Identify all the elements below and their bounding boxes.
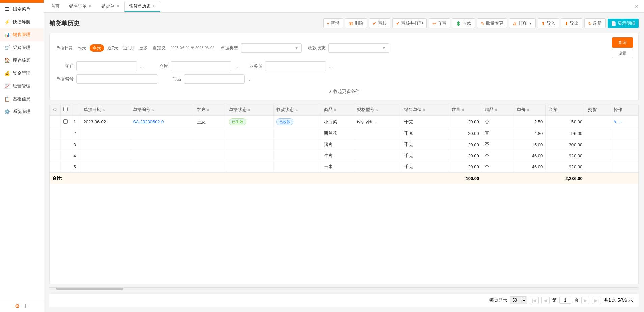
unit-sort-icon: ⇅: [423, 108, 425, 112]
collapse-filter-button[interactable]: ∧ 收起更多条件: [326, 87, 362, 96]
docno-input[interactable]: [76, 74, 157, 84]
date-shortcut-today[interactable]: 今天: [90, 44, 104, 52]
goods-picker-icon[interactable]: …: [247, 77, 252, 82]
staff-picker-icon[interactable]: …: [329, 64, 333, 69]
batch-change-button[interactable]: ✎ 批量变更: [477, 18, 507, 28]
export-button[interactable]: ⬇ 导出: [561, 18, 582, 28]
row-checkbox[interactable]: [63, 119, 68, 124]
th-goods[interactable]: 商品⇅: [321, 104, 354, 116]
th-qty[interactable]: 数量⇅: [449, 104, 482, 116]
th-gift[interactable]: 赠品⇅: [482, 104, 514, 116]
delete-icon: 🗑: [349, 21, 353, 26]
sidebar-item-basic-info[interactable]: 📋 基础信息: [0, 93, 44, 105]
tab-sales-order-close[interactable]: ✕: [89, 4, 92, 8]
doc-type-dropdown-icon: ▼: [294, 45, 299, 50]
td-unit: 千克: [401, 139, 449, 150]
doc-type-select[interactable]: ▼: [241, 43, 302, 53]
date-shortcut-custom[interactable]: 自定义: [151, 44, 167, 52]
date-shortcut-yesterday[interactable]: 昨天: [76, 44, 88, 52]
page-header: 销货单历史 + 新增 🗑 删除 ✔ 审核 ✔ 审核并打印: [49, 18, 639, 28]
tab-home[interactable]: 首页: [47, 1, 64, 12]
show-detail-button[interactable]: 📄 显示明细: [608, 19, 639, 28]
date-shortcut-more[interactable]: 更多: [138, 44, 149, 52]
warehouse-input[interactable]: [171, 61, 231, 71]
page-size-select[interactable]: 20 50 100: [510, 296, 527, 304]
sidebar-item-stock-calc[interactable]: 🏠 库存核算: [0, 54, 44, 67]
th-doc-status[interactable]: 单据状态⇅: [226, 104, 273, 116]
warehouse-picker-icon[interactable]: …: [234, 64, 239, 69]
td-docno: [130, 161, 194, 173]
discard-button[interactable]: ↩ 弃审: [429, 18, 450, 28]
sidebar-item-system-mgmt[interactable]: ⚙️ 系统管理: [0, 105, 44, 118]
tab-sales-order[interactable]: 销售订单 ✕: [65, 1, 96, 12]
sidebar-top-bar: [0, 0, 44, 3]
scrollbar-thumb[interactable]: [56, 288, 123, 290]
delete-button[interactable]: 🗑 删除: [345, 18, 367, 28]
audit-print-button[interactable]: ✔ 审核并打印: [392, 18, 427, 28]
current-page-input[interactable]: [559, 297, 571, 304]
next-page-button[interactable]: ▶: [581, 297, 589, 304]
close-all-tabs[interactable]: ✕: [632, 2, 641, 10]
customer-picker-icon[interactable]: …: [140, 64, 144, 69]
th-spec[interactable]: 规格型号⇅: [354, 104, 401, 116]
th-price[interactable]: 单价⇅: [514, 104, 546, 116]
td-gift: 否: [482, 116, 514, 128]
th-customer[interactable]: 客户⇅: [194, 104, 226, 116]
audit-button[interactable]: ✔ 审核: [369, 18, 390, 28]
sidebar-settings-icon[interactable]: ⚙: [15, 303, 20, 309]
customer-input[interactable]: [76, 61, 137, 71]
receive-button[interactable]: 💲 收款: [452, 18, 475, 28]
th-unit[interactable]: 销售单位⇅: [401, 104, 449, 116]
th-pay-status[interactable]: 收款状态⇅: [274, 104, 321, 116]
td-customer: [194, 161, 226, 173]
th-gear[interactable]: ⚙: [50, 104, 60, 116]
sidebar-pause-icon[interactable]: ⏸: [24, 303, 29, 309]
sidebar-item-quick-nav[interactable]: ⚡ 快捷导航: [0, 16, 44, 28]
tab-sales-history[interactable]: 销货单历史 ✕: [124, 1, 160, 12]
refresh-button[interactable]: ↻ 刷新: [584, 18, 606, 28]
staff-input[interactable]: [265, 61, 326, 71]
select-all-checkbox[interactable]: [63, 107, 68, 111]
first-page-button[interactable]: |◀: [530, 297, 539, 304]
prev-page-button[interactable]: ◀: [541, 297, 550, 304]
sidebar-item-label: 搜索菜单: [13, 6, 30, 12]
sidebar-item-finance-mgmt[interactable]: 💰 资金管理: [0, 67, 44, 80]
date-shortcut-7days[interactable]: 近7天: [106, 44, 120, 52]
goods-label: 商品: [163, 76, 181, 82]
doc-no-link[interactable]: SA-20230602-0: [133, 119, 164, 124]
th-date[interactable]: 单据日期⇅: [81, 104, 130, 116]
horizontal-scrollbar[interactable]: [49, 287, 639, 290]
tab-sales-goods[interactable]: 销货单 ✕: [97, 1, 124, 12]
td-qty: 20.00: [449, 116, 482, 128]
add-button[interactable]: + 新增: [323, 18, 343, 28]
filter-settings-button[interactable]: 设置: [612, 49, 633, 58]
payment-status-select[interactable]: ▼: [328, 43, 389, 53]
goods-input[interactable]: [184, 74, 245, 84]
filter-row-3: 单据编号 商品 …: [55, 74, 633, 84]
tab-sales-history-close[interactable]: ✕: [153, 4, 156, 8]
filter-row-1: 单据日期 昨天 今天 近7天 近1月 更多 自定义 2023-06-02 至 2…: [55, 37, 633, 58]
td-op: [611, 128, 638, 139]
batch-change-icon: ✎: [481, 21, 484, 26]
sidebar-item-purchase-mgmt[interactable]: 🛒 采购管理: [0, 41, 44, 54]
sidebar-item-search-menu[interactable]: ☰ 搜索菜单: [0, 3, 44, 16]
td-docno: [130, 139, 194, 150]
print-button[interactable]: 🖨 打印 ▼: [509, 18, 536, 28]
table-row: 1 2023-06-02 SA-20230602-0 王总 已生效 已收款 小白…: [50, 116, 638, 128]
date-shortcut-1month[interactable]: 近1月: [122, 44, 136, 52]
td-goods: 西兰花: [321, 128, 354, 139]
last-page-button[interactable]: ▶|: [592, 297, 601, 304]
show-detail-icon: 📄: [611, 21, 616, 26]
tab-sales-goods-close[interactable]: ✕: [116, 4, 119, 8]
sidebar-item-operation-mgmt[interactable]: 📈 经营管理: [0, 80, 44, 93]
edit-op-button[interactable]: ✎: [614, 120, 617, 124]
print-dropdown-icon: ▼: [529, 22, 532, 25]
td-paystatus: 已收款: [274, 116, 321, 128]
th-docno[interactable]: 单据编号⇅: [130, 104, 194, 116]
sidebar-item-sales-mgmt[interactable]: 📊 销售管理: [0, 28, 44, 41]
sidebar-item-label: 销售管理: [13, 32, 30, 38]
more-op-button[interactable]: ⋯: [618, 120, 622, 124]
finance-mgmt-icon: 💰: [4, 70, 10, 76]
query-button[interactable]: 查询: [612, 37, 633, 48]
import-button[interactable]: ⬆ 导入: [538, 18, 559, 28]
